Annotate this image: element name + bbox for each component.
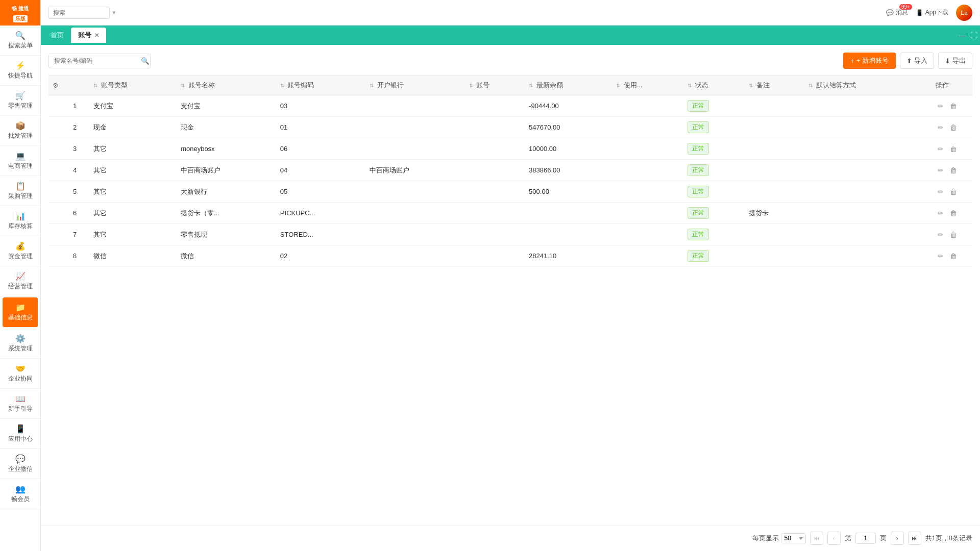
row-account [465,245,525,267]
delete-button[interactable]: 🗑 [948,187,959,197]
row-code: STORED... [276,224,365,245]
quick-nav-icon: ⚡ [3,61,38,70]
page-input[interactable] [855,533,876,544]
last-page-button[interactable]: ⏭ [908,532,921,545]
row-settings-cell [48,224,69,245]
topbar-search-input[interactable] [48,7,110,19]
row-action: ✏ 🗑 [932,117,972,138]
row-usage [612,245,683,267]
edit-button[interactable]: ✏ [936,208,946,218]
avatar[interactable]: Ea [956,5,972,21]
status-badge: 正常 [688,229,709,240]
sidebar-item-inventory[interactable]: 📊 库存核算 [0,206,40,236]
tabbar-actions: — ⛶ [959,31,977,39]
delete-button[interactable]: 🗑 [948,144,959,154]
col-remark[interactable]: ⇅ 备注 [745,76,804,95]
row-balance [525,203,612,224]
col-bank[interactable]: ⇅ 开户银行 [365,76,465,95]
table-row: 3 其它 moneybosx 06 10000.00 正常 ✏ 🗑 [48,138,972,160]
row-bank [365,138,465,160]
sidebar-item-finance[interactable]: 💰 资金管理 [0,236,40,266]
sort-bank-icon: ⇅ [370,83,374,88]
row-name: 大新银行 [177,181,276,203]
sidebar-item-quick-nav[interactable]: ⚡ 快捷导航 [0,56,40,86]
first-page-button[interactable]: ⏮ [810,532,823,545]
sidebar-item-guide[interactable]: 📖 新手引导 [0,389,40,419]
edit-button[interactable]: ✏ [936,251,946,261]
sidebar-item-system[interactable]: ⚙️ 系统管理 [0,329,40,359]
per-page-select[interactable]: 50 20 100 200 [781,533,806,543]
import-button[interactable]: ⬆ 导入 [900,53,934,69]
col-account[interactable]: ⇅ 账号 [465,76,525,95]
delete-button[interactable]: 🗑 [948,230,959,240]
search-input[interactable] [49,54,136,67]
status-badge: 正常 [688,250,709,262]
sidebar-item-member[interactable]: 👥 畅会员 [0,479,40,509]
message-count: 99+ [899,4,912,10]
row-balance: 500.00 [525,181,612,203]
row-settings-cell [48,95,69,117]
row-index: 3 [69,138,89,160]
col-name[interactable]: ⇅ 账号名称 [177,76,276,95]
row-action: ✏ 🗑 [932,245,972,267]
row-account [465,117,525,138]
minimize-icon[interactable]: — [959,31,966,39]
delete-button[interactable]: 🗑 [948,208,959,218]
search-button[interactable]: 🔍 [136,54,151,68]
home-tab-label: 首页 [51,31,64,40]
row-settlement [804,138,932,160]
sidebar-item-app-center[interactable]: 📱 应用中心 [0,419,40,449]
sidebar-item-corp-agreement[interactable]: 🤝 企业协同 [0,359,40,389]
col-code[interactable]: ⇅ 账号编码 [276,76,365,95]
row-bank [365,203,465,224]
row-type: 微信 [89,245,177,267]
sidebar-item-operations[interactable]: 📈 经营管理 [0,266,40,296]
sidebar-item-wholesale[interactable]: 📦 批发管理 [0,116,40,146]
row-usage [612,138,683,160]
col-settings[interactable]: ⚙ [48,76,69,95]
tab-close-icon[interactable]: ✕ [94,32,99,39]
col-status[interactable]: ⇅ 状态 [683,76,745,95]
message-button[interactable]: 💬 消息 99+ [886,8,908,17]
sidebar-item-ecommerce[interactable]: 💻 电商管理 [0,146,40,176]
col-type[interactable]: ⇅ 账号类型 [89,76,177,95]
tab-home[interactable]: 首页 [43,28,71,43]
col-settlement[interactable]: ⇅ 默认结算方式 [804,76,932,95]
prev-page-button[interactable]: ‹ [827,532,841,545]
row-code: 04 [276,160,365,181]
next-page-button[interactable]: › [891,532,904,545]
delete-button[interactable]: 🗑 [948,101,959,111]
maximize-icon[interactable]: ⛶ [970,31,977,39]
edit-button[interactable]: ✏ [936,230,946,240]
delete-button[interactable]: 🗑 [948,251,959,261]
delete-button[interactable]: 🗑 [948,165,959,176]
sidebar-item-corp-wechat[interactable]: 💬 企业微信 [0,449,40,479]
row-remark [745,117,804,138]
sidebar-item-retail[interactable]: 🛒 零售管理 [0,86,40,116]
app-download-button[interactable]: 📱 App下载 [916,8,948,17]
delete-button[interactable]: 🗑 [948,122,959,133]
edit-button[interactable]: ✏ [936,165,946,176]
pagination: 每页显示 50 20 100 200 ⏮ ‹ 第 页 › ⏭ 共1页，8条记录 [41,525,980,551]
row-settlement [804,117,932,138]
row-account [465,95,525,117]
row-balance: 383866.00 [525,160,612,181]
topbar-chevron-icon: ▾ [112,9,116,16]
export-button[interactable]: ⬇ 导出 [938,53,972,69]
edit-button[interactable]: ✏ [936,187,946,197]
row-settlement [804,224,932,245]
sidebar-item-basic-info[interactable]: 📁 基础信息 [3,297,38,328]
edit-button[interactable]: ✏ [936,101,946,111]
sidebar-item-search[interactable]: 🔍 搜索菜单 [0,26,40,56]
col-action: 操作 [932,76,972,95]
edit-button[interactable]: ✏ [936,144,946,154]
col-balance[interactable]: ⇅ 最新余额 [525,76,612,95]
inventory-icon: 📊 [3,211,38,221]
new-account-button[interactable]: + + 新增账号 [843,53,896,69]
sidebar-item-purchase[interactable]: 📋 采购管理 [0,176,40,206]
col-usage[interactable]: ⇅ 使用... [612,76,683,95]
tab-account[interactable]: 账号 ✕ [71,28,106,43]
row-type: 其它 [89,224,177,245]
row-remark: 提货卡 [745,203,804,224]
edit-button[interactable]: ✏ [936,122,946,133]
